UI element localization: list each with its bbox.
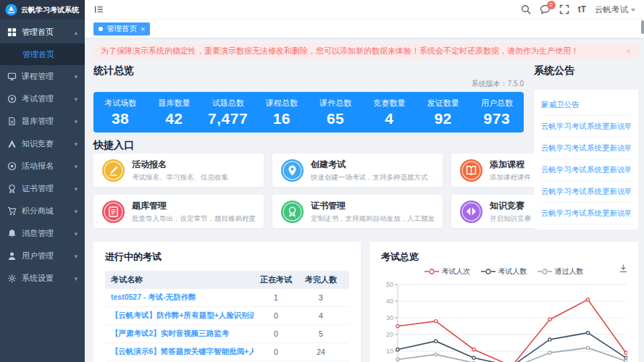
quick-entry-signup[interactable]: 活动报名考试报名、学习报名、信息收集 bbox=[93, 153, 264, 187]
topbar: 2 tT 云帆考试 bbox=[85, 0, 644, 20]
sidebar-item-points-mall[interactable]: 积分商城▾ bbox=[0, 200, 85, 222]
ongoing-count: 0 bbox=[254, 311, 298, 320]
fullscreen-icon[interactable] bbox=[559, 4, 569, 14]
legend-label: 考试人次 bbox=[442, 266, 471, 277]
ongoing-count: 0 bbox=[254, 348, 298, 356]
message-icon[interactable]: 2 bbox=[540, 4, 551, 14]
table-row: test0527 - 考试-无防作弊13 bbox=[105, 289, 349, 307]
stat-cell: 发证数量92 bbox=[417, 98, 470, 127]
exam-overview-card: 考试总览 考试人次考试人数通过人数 01020304050 bbox=[369, 242, 638, 362]
chevron-down-icon: ▾ bbox=[74, 163, 78, 170]
activity-icon bbox=[7, 161, 17, 171]
exam-name-link[interactable]: test0527 - 考试-无防作弊 bbox=[111, 292, 254, 303]
stat-label: 课程总数 bbox=[255, 98, 309, 109]
legend-item[interactable]: 考试人次 bbox=[425, 266, 471, 277]
legend-marker-icon bbox=[425, 268, 439, 275]
sidebar-item-label: 管理首页 bbox=[22, 27, 74, 38]
announcements-card: 蒙威卫公告云帆学习考试系统更新说明...云帆学习考试系统更新说明...云帆学习考… bbox=[534, 90, 638, 230]
stat-cell: 试题总数7,477 bbox=[201, 98, 255, 127]
announcements-title: 系统公告 bbox=[534, 64, 638, 76]
ongoing-exams-table: 考试名称正在考试考完人数test0527 - 考试-无防作弊13【云帆考试】防作… bbox=[105, 271, 349, 362]
stats-band: 考试场数38题库数量42试题总数7,477课程总数16课件总数65竞赛数量4发证… bbox=[93, 92, 524, 132]
chevron-down-icon: ▾ bbox=[74, 253, 78, 260]
exam-name-link[interactable]: 【严肃考试2】实时音视频三路监考 bbox=[111, 329, 254, 339]
font-size-icon[interactable]: tT bbox=[578, 4, 586, 14]
sidebar-item-activity[interactable]: 活动报名▾ bbox=[0, 155, 85, 177]
stat-cell: 考试场数38 bbox=[93, 98, 147, 127]
stat-label: 竞赛数量 bbox=[362, 98, 416, 109]
announcement-link[interactable]: 云帆学习考试系统更新说明... bbox=[541, 138, 631, 159]
sidebar-item-settings[interactable]: 系统设置▾ bbox=[0, 267, 85, 290]
stats-section-title: 统计总览 bbox=[93, 64, 524, 76]
sidebar-item-label: 用户管理 bbox=[22, 251, 74, 261]
alert-text: 为了保障演示系统的稳定性，重要演示数据无法修改和删除，您可以添加新的数据来体验！… bbox=[101, 46, 579, 56]
exam-name-link[interactable]: 【云帆演示6】简答题按关键字智能批阅+人工确认 bbox=[111, 347, 254, 357]
sidebar-subitem-home[interactable]: 管理首页 bbox=[0, 43, 85, 65]
download-icon[interactable] bbox=[619, 264, 628, 275]
chevron-down-icon: ▾ bbox=[74, 140, 78, 148]
announcement-link[interactable]: 云帆学习考试系统更新说明... bbox=[541, 116, 631, 138]
alert-close-icon[interactable]: × bbox=[626, 46, 631, 56]
stat-value: 16 bbox=[255, 110, 309, 127]
sidebar-item-label: 消息管理 bbox=[22, 228, 74, 239]
stat-label: 发证数量 bbox=[417, 98, 470, 109]
chevron-down-icon: ▾ bbox=[74, 118, 78, 125]
stat-label: 题库数量 bbox=[147, 98, 201, 109]
sidebar-item-contest[interactable]: 知识竞赛▾ bbox=[0, 132, 85, 155]
announcement-link[interactable]: 蒙威卫公告 bbox=[541, 94, 631, 116]
stat-value: 4 bbox=[362, 110, 416, 127]
logo-sailboat-icon bbox=[5, 4, 17, 16]
signup-icon bbox=[101, 159, 125, 182]
tab-close-icon[interactable]: × bbox=[141, 25, 145, 33]
sidebar-item-home-grid[interactable]: 管理首页▴ bbox=[0, 21, 85, 43]
col-ongoing: 正在考试 bbox=[254, 274, 298, 285]
sidebar-item-user[interactable]: 用户管理▾ bbox=[0, 245, 85, 267]
announcement-link[interactable]: 云帆学习考试系统更新说明... bbox=[541, 203, 631, 224]
collapse-menu-icon[interactable] bbox=[93, 4, 104, 14]
qbank-icon bbox=[101, 200, 125, 224]
sidebar-item-question-bank[interactable]: 题库管理▾ bbox=[0, 110, 85, 132]
quick-entry-card-desc: 考试报名、学习报名、信息收集 bbox=[132, 173, 228, 182]
legend-item[interactable]: 考试人数 bbox=[481, 266, 527, 277]
sidebar-item-label: 知识竞赛 bbox=[22, 138, 74, 149]
quick-entry-card-title: 活动报名 bbox=[132, 159, 228, 171]
sidebar-item-certificate[interactable]: 证书管理▾ bbox=[0, 177, 85, 200]
main-area: 2 tT 云帆考试 管理首页 × 为了保障演示系统的稳定性，重要演示数据无法修改… bbox=[85, 0, 644, 362]
add-course-icon bbox=[459, 159, 483, 182]
quick-entry-cert[interactable]: 证书管理定制证书，支持规则自动发放，人工颁发 bbox=[272, 195, 443, 228]
quick-entry-create-exam[interactable]: 创建考试快速创建一场考试，支持多种选题方式 bbox=[272, 153, 443, 187]
svg-text:30: 30 bbox=[386, 314, 393, 321]
svg-text:40: 40 bbox=[386, 298, 393, 305]
announcement-link[interactable]: 云帆学习考试系统更新说明... bbox=[541, 181, 631, 203]
quick-entry-qbank[interactable]: 题库管理批量导入导出，设定章节，题目难易程度 bbox=[93, 195, 264, 228]
sidebar-item-exam[interactable]: 考试管理▾ bbox=[0, 88, 85, 110]
chevron-down-icon: ▾ bbox=[74, 275, 78, 282]
legend-item[interactable]: 通过人数 bbox=[538, 266, 584, 277]
exam-name-link[interactable]: 【云帆考试】防作弊+所有题型+人脸识别进入考试 - 考试 bbox=[111, 311, 254, 321]
sidebar-item-course[interactable]: 课程管理▾ bbox=[0, 65, 85, 88]
table-row: 【云帆考试】防作弊+所有题型+人脸识别进入考试 - 考试04 bbox=[105, 307, 349, 325]
finished-count: 24 bbox=[298, 348, 343, 356]
tab-home[interactable]: 管理首页 × bbox=[93, 22, 150, 35]
stat-cell: 题库数量42 bbox=[147, 98, 201, 127]
user-menu[interactable]: 云帆考试 bbox=[595, 4, 635, 15]
quick-entry-card-desc: 定制证书，支持规则自动发放，人工颁发 bbox=[311, 214, 435, 224]
finished-count: 4 bbox=[298, 311, 343, 320]
table-row: 【云帆演示6】简答题按关键字智能批阅+人工确认024 bbox=[105, 343, 349, 361]
sidebar-item-label: 证书管理 bbox=[22, 183, 74, 194]
stat-value: 7,477 bbox=[201, 110, 255, 127]
finished-count: 5 bbox=[298, 329, 343, 338]
announcement-link[interactable]: 云帆学习考试系统更新说明... bbox=[541, 159, 631, 181]
ongoing-exams-title: 进行中的考试 bbox=[105, 251, 349, 264]
scrollbar-thumb[interactable] bbox=[641, 20, 644, 34]
create-exam-icon bbox=[280, 159, 304, 182]
sidebar-item-message-bell[interactable]: 消息管理▾ bbox=[0, 222, 85, 245]
chevron-down-icon: ▾ bbox=[74, 73, 78, 80]
sidebar-item-label: 题库管理 bbox=[22, 116, 74, 127]
legend-label: 考试人数 bbox=[498, 266, 527, 277]
search-icon[interactable] bbox=[521, 4, 531, 14]
tab-active-dot bbox=[99, 27, 103, 31]
course-icon bbox=[7, 72, 17, 81]
sidebar-item-label: 系统设置 bbox=[22, 273, 74, 284]
right-column: 系统公告 蒙威卫公告云帆学习考试系统更新说明...云帆学习考试系统更新说明...… bbox=[534, 64, 638, 230]
